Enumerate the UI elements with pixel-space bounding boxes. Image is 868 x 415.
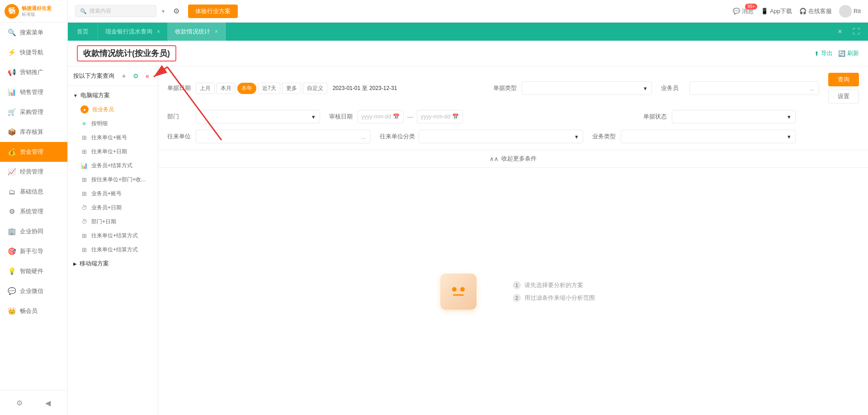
filter-row-3: 往来单位 ... 往来单位分类 ▾ <box>167 130 859 143</box>
scheme-item-by-unit-date[interactable]: ⊞ 往来单位+日期 <box>68 145 158 159</box>
logo-text: 畅捷通好生意 标准版 <box>22 5 52 17</box>
scheme-add-btn[interactable]: + <box>119 71 129 81</box>
salesperson-more-btn[interactable]: ... <box>809 85 814 92</box>
tab-home[interactable]: 首页 <box>68 23 98 41</box>
sidebar-item-sales[interactable]: 📊 销售管理 <box>0 82 67 102</box>
tab-bar: 首页 现金银行流水查询 × 收款情况统计 × × ⛶ <box>68 23 868 41</box>
scheme-item-by-unit-method2[interactable]: ⊞ 往来单位+结算方式 <box>68 243 158 257</box>
sidebar-item-search[interactable]: 🔍 搜索菜单 <box>0 23 67 42</box>
scheme-group-mobile: ▶ 移动端方案 <box>68 257 158 270</box>
sidebar-item-wechat[interactable]: 💬 企业微信 <box>0 281 67 301</box>
tab-close-bank-flow[interactable]: × <box>157 28 160 35</box>
tip-num-2: 2 <box>513 294 521 302</box>
sidebar-item-marketing[interactable]: 📢 营销推广 <box>0 62 67 82</box>
user-info[interactable]: Rit <box>839 5 861 18</box>
sidebar-item-enterprise[interactable]: 🏢 企业协同 <box>0 222 67 241</box>
doc-type-select[interactable]: ▾ <box>522 81 652 95</box>
date-shortcut-more[interactable]: 更多 <box>282 83 301 94</box>
filter-settings-btn[interactable]: 设置 <box>828 89 859 104</box>
inventory-icon: 📦 <box>7 127 16 137</box>
finance-icon: 💰 <box>7 147 16 156</box>
page-content: 收款情况统计(按业务员) ⬆ 导出 🔄 刷新 按以下方案查询 <box>68 41 868 415</box>
tab-bank-flow[interactable]: 现金银行流水查询 × <box>98 23 168 41</box>
review-date-end[interactable]: yyyy-mm-dd 📅 <box>417 110 463 123</box>
scheme-item-by-dept-date[interactable]: ⏱ 部门+日期 <box>68 215 158 229</box>
doc-status-select[interactable]: ▾ <box>672 110 796 123</box>
search-icon: 🔍 <box>7 28 16 37</box>
messages-btn[interactable]: 💬 消息 99+ <box>733 7 754 15</box>
bar-chart-icon: 📊 <box>80 162 88 170</box>
salesperson-select[interactable]: ... <box>689 81 820 95</box>
online-service-btn[interactable]: 🎧 在线客服 <box>799 7 832 15</box>
date-shortcut-this-month[interactable]: 本月 <box>217 83 236 94</box>
scheme-panel: 按以下方案查询 + ⚙ « ▼ 电脑端方案 <box>68 66 158 415</box>
scheme-item-by-salesperson-date[interactable]: ⏱ 业务员+日期 <box>68 201 158 215</box>
calendar-icon: 📅 <box>393 113 400 120</box>
topbar: 🔍 搜索内容 ▾ ⚙ 体验行业方案 💬 消息 99+ 📱 App下载 🎧 在线客… <box>68 0 868 23</box>
sidebar-collapse-btn[interactable]: ◀ <box>41 396 55 410</box>
refresh-btn[interactable]: 🔄 刷新 <box>838 49 859 57</box>
filter-date: 单据日期 上月 本月 本年 近7天 更多 自定义 2023-01-01 <box>167 83 484 94</box>
scheme-group-desktop-header[interactable]: ▼ 电脑端方案 <box>68 89 158 102</box>
topbar-dropdown-arrow[interactable]: ▾ <box>162 8 165 14</box>
date-shortcut-custom[interactable]: 自定义 <box>303 83 327 94</box>
scheme-item-by-unit-method1[interactable]: ⊞ 往来单位+结算方式 <box>68 229 158 243</box>
scheme-item-by-salesperson-method[interactable]: 📊 业务员+结算方式 <box>68 159 158 173</box>
unit-more-btn[interactable]: ... <box>361 133 366 140</box>
date-shortcut-last-month[interactable]: 上月 <box>196 83 215 94</box>
robot-illustration <box>431 264 486 319</box>
query-btn[interactable]: 查询 <box>828 73 859 86</box>
scheme-item-by-detail[interactable]: ≡ 按明细 <box>68 117 158 131</box>
sidebar-item-operations[interactable]: 📈 经营管理 <box>0 162 67 182</box>
scheme-settings-btn[interactable]: ⚙ <box>131 71 141 81</box>
scheme-item-by-salesperson[interactable]: ● 按业务员 <box>68 102 158 117</box>
tab-collection[interactable]: 收款情况统计 × <box>168 23 226 41</box>
filter-row-1: 单据日期 上月 本月 本年 近7天 更多 自定义 2023-01-01 <box>167 73 859 104</box>
scheme-item-by-unit-account[interactable]: ⊞ 往来单位+账号 <box>68 131 158 145</box>
scheme-item-by-unit-dept[interactable]: ⊞ 按往来单位+部门+收... <box>68 173 158 187</box>
collapse-bar[interactable]: ∧∧ 收起更多条件 <box>158 150 868 168</box>
main-area: 🔍 搜索内容 ▾ ⚙ 体验行业方案 💬 消息 99+ 📱 App下载 🎧 在线客… <box>68 0 868 415</box>
sidebar-settings-btn[interactable]: ⚙ <box>13 396 26 410</box>
tab-restore-btn[interactable]: ⛶ <box>850 25 863 38</box>
sidebar-item-basic-info[interactable]: 🗂 基础信息 <box>0 182 67 202</box>
date-shortcut-this-year[interactable]: 本年 <box>237 83 256 94</box>
tab-close-all-btn[interactable]: × <box>834 25 846 38</box>
sidebar-item-quick-nav[interactable]: ⚡ 快捷导航 <box>0 42 67 62</box>
scheme-collapse-btn[interactable]: « <box>142 71 152 81</box>
sidebar-item-system[interactable]: ⚙ 系统管理 <box>0 202 67 222</box>
dept-select[interactable]: ▾ <box>196 110 320 123</box>
date-range: 2023-01-01 至 2023-12-31 <box>333 85 397 92</box>
export-btn[interactable]: ⬆ 导出 <box>814 49 833 57</box>
sidebar-item-purchase[interactable]: 🛒 采购管理 <box>0 102 67 122</box>
doc-status-chevron: ▾ <box>788 113 791 120</box>
sidebar-item-finance[interactable]: 💰 资金管理 <box>0 142 67 162</box>
filter-unit: 往来单位 ... <box>167 130 371 143</box>
unit-category-select[interactable]: ▾ <box>419 130 583 143</box>
scheme-item-by-salesperson-account[interactable]: ⊞ 业务员+账号 <box>68 187 158 201</box>
trial-btn[interactable]: 体验行业方案 <box>188 5 238 18</box>
tip-num-1: 1 <box>513 281 521 289</box>
collapse-icon: ∧∧ <box>490 156 499 162</box>
sidebar-item-inventory[interactable]: 📦 库存核算 <box>0 122 67 142</box>
filter-doc-type: 单据类型 ▾ <box>493 81 652 95</box>
topbar-gear-btn[interactable]: ⚙ <box>170 5 183 18</box>
content-layout: 按以下方案查询 + ⚙ « ▼ 电脑端方案 <box>68 66 868 415</box>
app-download-btn[interactable]: 📱 App下载 <box>761 7 792 15</box>
chevron-right-icon: ▶ <box>73 261 77 266</box>
sidebar-item-guide[interactable]: 🎯 新手引导 <box>0 241 67 261</box>
topbar-search[interactable]: 🔍 搜索内容 <box>75 5 156 17</box>
biz-type-select[interactable]: ▾ <box>621 130 796 143</box>
review-date-start[interactable]: yyyy-mm-dd 📅 <box>358 110 404 123</box>
scheme-group-mobile-header[interactable]: ▶ 移动端方案 <box>68 257 158 270</box>
date-shortcut-last7[interactable]: 近7天 <box>258 83 280 94</box>
sidebar-item-smart-hw[interactable]: 💡 智能硬件 <box>0 261 67 281</box>
filter-salesperson: 业务员 ... <box>661 81 820 95</box>
unit-select[interactable]: ... <box>196 130 371 143</box>
tab-close-collection[interactable]: × <box>215 28 218 35</box>
dept-chevron: ▾ <box>312 113 315 120</box>
doc-status-label: 单据状态 <box>643 113 668 121</box>
sidebar-nav: 🔍 搜索菜单 ⚡ 快捷导航 📢 营销推广 📊 销售管理 🛒 采购管理 📦 库存核… <box>0 23 67 390</box>
sidebar-item-member[interactable]: 👑 畅会员 <box>0 301 67 321</box>
export-icon: ⬆ <box>814 50 819 57</box>
